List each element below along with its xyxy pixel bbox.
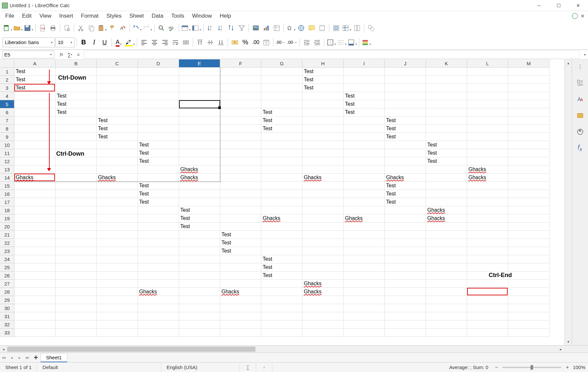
cell-E29[interactable]: [179, 296, 220, 304]
cell-H28[interactable]: Ghacks: [302, 288, 344, 296]
cell-E13[interactable]: Ghacks: [179, 165, 220, 174]
find-replace-button[interactable]: [156, 23, 166, 33]
cell-D9[interactable]: [138, 133, 179, 141]
cell-K23[interactable]: [426, 247, 467, 255]
cell-H30[interactable]: [302, 304, 344, 312]
cell-K13[interactable]: [426, 165, 467, 174]
cell-C14[interactable]: Ghacks: [97, 174, 138, 182]
cell-K4[interactable]: [426, 92, 467, 100]
cell-D27[interactable]: [138, 280, 179, 288]
cell-J25[interactable]: [385, 263, 426, 271]
cell-B26[interactable]: [56, 271, 97, 280]
cell-A22[interactable]: [14, 239, 56, 247]
cell-B22[interactable]: [56, 239, 97, 247]
cell-J5[interactable]: [385, 100, 426, 108]
cell-B9[interactable]: [56, 133, 97, 141]
cell-M15[interactable]: [508, 182, 549, 190]
cell-D31[interactable]: [138, 312, 179, 320]
cell-G1[interactable]: [261, 68, 302, 76]
cell-F1[interactable]: [220, 68, 261, 76]
cell-L25[interactable]: [467, 263, 508, 271]
cell-H21[interactable]: [302, 231, 344, 239]
cell-F23[interactable]: Test: [220, 247, 261, 255]
cell-C10[interactable]: [97, 141, 138, 149]
cell-H6[interactable]: [302, 108, 344, 116]
cell-C30[interactable]: [97, 304, 138, 312]
cell-G3[interactable]: [261, 84, 302, 92]
row-header-12[interactable]: 12: [0, 157, 14, 165]
highlight-color-button[interactable]: 🖍 ▾: [124, 38, 135, 47]
scroll-left-button[interactable]: ◂: [0, 346, 7, 353]
cell-K28[interactable]: [426, 288, 467, 296]
update-icon[interactable]: [572, 13, 578, 19]
cell-M21[interactable]: [508, 231, 549, 239]
cell-M3[interactable]: [508, 84, 549, 92]
cell-C22[interactable]: [97, 239, 138, 247]
cell-L30[interactable]: [467, 304, 508, 312]
cell-I33[interactable]: [344, 329, 385, 337]
cell-F32[interactable]: [220, 320, 261, 329]
align-center-button[interactable]: [150, 38, 159, 47]
cell-L17[interactable]: [467, 198, 508, 206]
col-header-J[interactable]: J: [385, 59, 426, 68]
cell-H24[interactable]: [302, 255, 344, 263]
clear-formatting-button[interactable]: A: [118, 23, 128, 33]
cell-J31[interactable]: [385, 312, 426, 320]
print-preview-button[interactable]: [62, 23, 72, 33]
cell-M19[interactable]: [508, 214, 549, 223]
close-button[interactable]: ✕: [568, 0, 588, 11]
cell-M33[interactable]: [508, 329, 549, 337]
cell-M24[interactable]: [508, 255, 549, 263]
cell-M6[interactable]: [508, 108, 549, 116]
cell-A19[interactable]: [14, 214, 56, 223]
functions-icon[interactable]: fx: [575, 143, 585, 153]
cell-K9[interactable]: [426, 133, 467, 141]
cell-C3[interactable]: [97, 84, 138, 92]
cell-D21[interactable]: [138, 231, 179, 239]
cell-G33[interactable]: [261, 329, 302, 337]
cell-A30[interactable]: [14, 304, 56, 312]
col-header-F[interactable]: F: [220, 59, 261, 68]
cell-L12[interactable]: [467, 157, 508, 165]
cell-C12[interactable]: [97, 157, 138, 165]
cell-K5[interactable]: [426, 100, 467, 108]
cell-D33[interactable]: [138, 329, 179, 337]
cell-L1[interactable]: [467, 68, 508, 76]
name-box[interactable]: E5▾: [2, 51, 54, 58]
borders-button[interactable]: ▾: [326, 38, 336, 47]
row-header-11[interactable]: 11: [0, 149, 14, 157]
cell-B24[interactable]: [56, 255, 97, 263]
insert-mode-icon[interactable]: ⌶: [240, 363, 256, 372]
cell-D25[interactable]: [138, 263, 179, 271]
cell-H13[interactable]: [302, 165, 344, 174]
cell-M28[interactable]: [508, 288, 549, 296]
cell-L11[interactable]: [467, 149, 508, 157]
cell-J17[interactable]: Test: [385, 198, 426, 206]
cell-E8[interactable]: [179, 125, 220, 133]
cell-D16[interactable]: Test: [138, 190, 179, 198]
cell-J16[interactable]: Test: [385, 190, 426, 198]
col-header-G[interactable]: G: [261, 59, 302, 68]
cell-E31[interactable]: [179, 312, 220, 320]
cell-M31[interactable]: [508, 312, 549, 320]
cell-F3[interactable]: [220, 84, 261, 92]
cell-L27[interactable]: [467, 280, 508, 288]
row-header-14[interactable]: 14: [0, 174, 14, 182]
cell-K18[interactable]: Ghacks: [426, 206, 467, 214]
cell-I19[interactable]: Ghacks: [344, 214, 385, 223]
cell-F7[interactable]: [220, 116, 261, 125]
cell-C20[interactable]: [97, 223, 138, 231]
cell-I27[interactable]: [344, 280, 385, 288]
cell-J23[interactable]: [385, 247, 426, 255]
row-header-29[interactable]: 29: [0, 296, 14, 304]
cell-B32[interactable]: [56, 320, 97, 329]
cell-C29[interactable]: [97, 296, 138, 304]
cell-J30[interactable]: [385, 304, 426, 312]
cell-C21[interactable]: [97, 231, 138, 239]
cell-G23[interactable]: [261, 247, 302, 255]
undo-button[interactable]: ▾: [132, 23, 142, 33]
cell-G6[interactable]: Test: [261, 108, 302, 116]
styles-icon[interactable]: AA: [575, 94, 585, 104]
cell-B7[interactable]: [56, 116, 97, 125]
cell-L18[interactable]: [467, 206, 508, 214]
